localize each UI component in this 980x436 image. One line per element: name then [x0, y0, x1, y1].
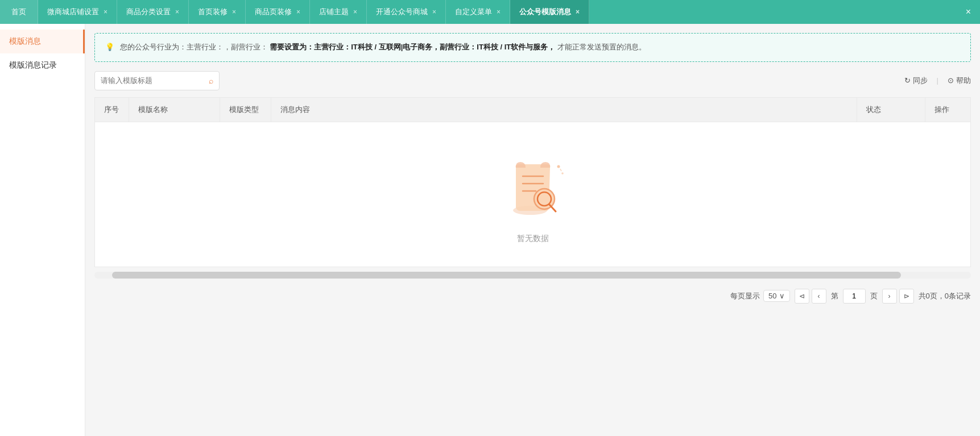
sidebar: 模版消息 模版消息记录 [0, 24, 85, 436]
tab-openshop-label: 开通公众号商城 [376, 7, 428, 17]
empty-illustration [499, 156, 567, 225]
tab-custommenu[interactable]: 自定义菜单 × [446, 0, 510, 24]
next-page-button[interactable]: › [882, 289, 897, 304]
tab-weishop-label: 微商城店铺设置 [47, 7, 99, 17]
tab-bar: 首页 微商城店铺设置 × 商品分类设置 × 首页装修 × 商品页装修 × 店铺主… [0, 0, 980, 24]
svg-point-8 [561, 172, 564, 175]
page-nav: ⊲ ‹ 第 页 › ⊳ [795, 289, 914, 304]
main-layout: 模版消息 模版消息记录 💡 您的公众号行业为：主营行业：，副营行业： 需要设置为… [0, 24, 980, 436]
page-unit: 页 [870, 291, 878, 301]
scrollbar-area[interactable] [94, 272, 971, 279]
tab-templatemsg-label: 公众号模版消息 [519, 7, 571, 17]
notice-highlight: 需要设置为：主营行业：IT科技 / 互联网|电子商务，副营行业：IT科技 / I… [270, 43, 555, 51]
tab-templatemsg[interactable]: 公众号模版消息 × [510, 0, 589, 24]
empty-text: 暂无数据 [95, 234, 970, 244]
tab-openshop-close[interactable]: × [432, 8, 436, 16]
sidebar-item-template-msg-label: 模版消息 [9, 36, 41, 45]
first-page-button[interactable]: ⊲ [795, 289, 809, 304]
last-page-button[interactable]: ⊳ [899, 289, 914, 304]
data-table: 序号 模版名称 模版类型 消息内容 状态 操作 [94, 97, 971, 267]
svg-point-7 [557, 165, 560, 168]
pagination: 每页显示 50 ∨ ⊲ ‹ 第 页 › ⊳ 共0页，0条记录 [94, 283, 971, 309]
content-area: 💡 您的公众号行业为：主营行业：，副营行业： 需要设置为：主营行业：IT科技 /… [85, 24, 980, 436]
col-content: 消息内容 [271, 97, 857, 122]
notice-prefix: 您的公众号行业为：主营行业：，副营行业： [120, 43, 268, 51]
notice-suffix: 才能正常发送预置的消息。 [557, 43, 646, 51]
tab-shoptheme-close[interactable]: × [353, 8, 357, 16]
svg-line-9 [560, 169, 561, 171]
per-page-value: 50 [768, 292, 776, 300]
tab-custommenu-label: 自定义菜单 [455, 7, 492, 17]
search-bar: ⌕ ↻ 同步 | ⊙ 帮助 [94, 71, 971, 90]
search-actions: ↻ 同步 | ⊙ 帮助 [904, 76, 971, 86]
notice-icon: 💡 [105, 43, 114, 51]
divider: | [937, 76, 938, 85]
tab-home[interactable]: 首页 [0, 0, 38, 24]
tab-category-close[interactable]: × [175, 8, 179, 16]
sync-button[interactable]: ↻ 同步 [904, 76, 928, 86]
col-index: 序号 [95, 97, 129, 122]
tab-category[interactable]: 商品分类设置 × [117, 0, 189, 24]
col-action: 操作 [925, 97, 971, 122]
tab-home-label: 首页 [11, 7, 26, 17]
per-page-group: 每页显示 50 ∨ [730, 290, 789, 302]
page-total: 共0页，0条记录 [919, 291, 971, 301]
col-status: 状态 [857, 97, 925, 122]
table-header-row: 序号 模版名称 模版类型 消息内容 状态 操作 [95, 97, 971, 122]
search-input-wrap[interactable]: ⌕ [94, 71, 220, 90]
page-input[interactable] [843, 289, 866, 304]
chevron-down-icon: ∨ [779, 292, 785, 300]
tab-openshop[interactable]: 开通公众号商城 × [367, 0, 446, 24]
tab-homepage-close[interactable]: × [232, 8, 236, 16]
tab-productpage-label: 商品页装修 [255, 7, 292, 17]
sidebar-item-template-msg-log[interactable]: 模版消息记录 [0, 53, 85, 77]
help-label: 帮助 [956, 76, 971, 86]
tab-shoptheme[interactable]: 店铺主题 × [310, 0, 367, 24]
sync-icon: ↻ [904, 76, 911, 85]
help-icon: ⊙ [948, 76, 954, 85]
empty-state: 暂无数据 [95, 122, 970, 267]
tab-homepage[interactable]: 首页装修 × [189, 0, 246, 24]
tab-templatemsg-close[interactable]: × [576, 8, 580, 16]
tab-shoptheme-label: 店铺主题 [319, 7, 349, 17]
search-icon[interactable]: ⌕ [209, 76, 213, 85]
tab-homepage-label: 首页装修 [198, 7, 228, 17]
notice-box: 💡 您的公众号行业为：主营行业：，副营行业： 需要设置为：主营行业：IT科技 /… [94, 33, 971, 62]
per-page-select[interactable]: 50 ∨ [763, 290, 789, 302]
sidebar-item-template-msg[interactable]: 模版消息 [0, 30, 85, 53]
search-input[interactable] [101, 76, 206, 85]
close-all-button[interactable]: × [957, 7, 980, 17]
tab-productpage[interactable]: 商品页装修 × [246, 0, 310, 24]
tab-custommenu-close[interactable]: × [497, 8, 501, 16]
scrollbar-thumb [112, 272, 901, 279]
tab-weishop[interactable]: 微商城店铺设置 × [38, 0, 117, 24]
prev-page-button[interactable]: ‹ [812, 289, 826, 304]
help-button[interactable]: ⊙ 帮助 [948, 76, 971, 86]
tab-weishop-close[interactable]: × [104, 8, 107, 16]
page-label: 第 [831, 291, 838, 301]
col-name: 模版名称 [129, 97, 220, 122]
table-empty-row: 暂无数据 [95, 122, 971, 267]
col-type: 模版类型 [220, 97, 271, 122]
tab-category-label: 商品分类设置 [126, 7, 171, 17]
per-page-label: 每页显示 [730, 291, 760, 301]
sidebar-item-template-msg-log-label: 模版消息记录 [9, 60, 57, 69]
sync-label: 同步 [913, 76, 928, 86]
tab-productpage-close[interactable]: × [296, 8, 300, 16]
